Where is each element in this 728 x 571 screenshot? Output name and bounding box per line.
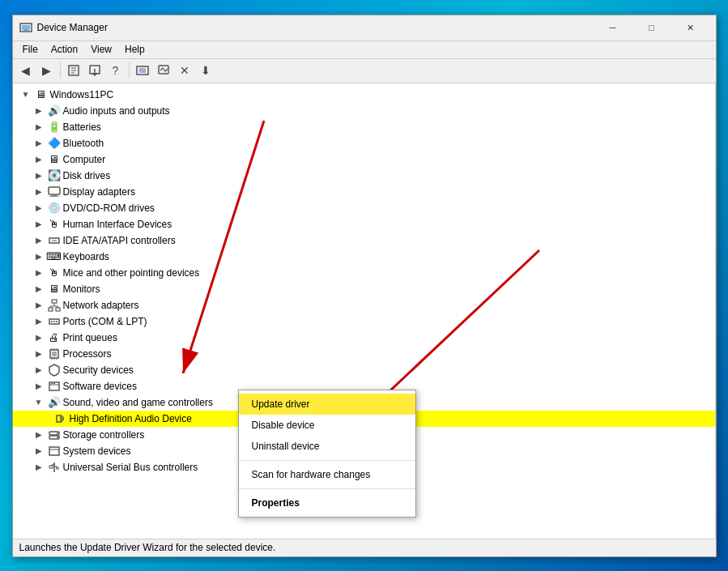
- battery-icon: 🔋: [48, 121, 61, 134]
- tree-item-bluetooth[interactable]: ▶ 🔷 Bluetooth: [13, 135, 715, 151]
- close-button[interactable]: ✕: [672, 15, 709, 40]
- menu-help[interactable]: Help: [118, 42, 151, 57]
- dvd-label: DVD/CD-ROM drives: [63, 202, 155, 214]
- menu-file[interactable]: File: [16, 42, 45, 57]
- svg-rect-30: [52, 352, 57, 356]
- batteries-label: Batteries: [63, 121, 101, 133]
- keyboard-icon: ⌨: [48, 250, 61, 263]
- display-icon: [48, 185, 61, 198]
- disk-expand[interactable]: ▶: [32, 169, 45, 182]
- tree-item-keyboards[interactable]: ▶ ⌨ Keyboards: [13, 249, 715, 265]
- monitors-expand[interactable]: ▶: [32, 283, 45, 296]
- processor-icon: [48, 347, 61, 360]
- batteries-expand[interactable]: ▶: [32, 121, 45, 134]
- svg-point-45: [57, 437, 58, 438]
- ctx-disable-device[interactable]: Disable device: [239, 415, 415, 436]
- svg-rect-41: [57, 415, 61, 422]
- bluetooth-icon: 🔷: [48, 137, 61, 150]
- sound-label: Sound, video and game controllers: [63, 397, 213, 408]
- keyboards-expand[interactable]: ▶: [32, 250, 45, 263]
- ports-label: Ports (COM & LPT): [63, 316, 147, 327]
- svg-point-44: [57, 433, 58, 434]
- svg-rect-51: [49, 466, 53, 468]
- monitors-label: Monitors: [63, 283, 100, 295]
- minimize-button[interactable]: ─: [594, 15, 632, 40]
- computer-icon: 🖥: [35, 88, 48, 101]
- dvd-expand[interactable]: ▶: [32, 202, 45, 215]
- bluetooth-expand[interactable]: ▶: [32, 137, 45, 150]
- remove-button[interactable]: ✕: [175, 61, 194, 80]
- disk-label: Disk drives: [63, 170, 111, 181]
- display-button[interactable]: [154, 61, 173, 80]
- ctx-properties[interactable]: Properties: [239, 492, 415, 513]
- tree-item-hid[interactable]: ▶ 🖱 Human Interface Devices: [13, 216, 715, 232]
- storage-icon: [48, 428, 61, 441]
- ctx-separator: [239, 460, 415, 461]
- tree-item-ports[interactable]: ▶ Ports (COM & LPT): [13, 313, 715, 330]
- tree-item-ide[interactable]: ▶ IDE ATA/ATAPI controllers: [13, 232, 715, 249]
- svg-rect-39: [51, 383, 53, 384]
- tree-item-mice[interactable]: ▶ 🖱 Mice and other pointing devices: [13, 265, 715, 281]
- tree-item-network[interactable]: ▶ Network adapters: [13, 297, 715, 313]
- properties-button[interactable]: [64, 61, 83, 80]
- menu-view[interactable]: View: [84, 42, 118, 57]
- ide-icon: [48, 234, 61, 247]
- tree-item-print[interactable]: ▶ 🖨 Print queues: [13, 330, 715, 346]
- menu-action[interactable]: Action: [45, 42, 84, 57]
- svg-rect-19: [49, 308, 53, 311]
- processors-expand[interactable]: ▶: [32, 347, 45, 360]
- toolbar-sep-2: [129, 62, 130, 79]
- print-expand[interactable]: ▶: [32, 331, 45, 344]
- computer-expand[interactable]: ▶: [32, 153, 45, 166]
- audio-expand[interactable]: ▶: [32, 104, 45, 117]
- storage-expand[interactable]: ▶: [32, 428, 45, 441]
- tree-item-dvd[interactable]: ▶ 💿 DVD/CD-ROM drives: [13, 200, 715, 216]
- tree-item-disk[interactable]: ▶ 💽 Disk drives: [13, 168, 715, 184]
- network-icon: [48, 299, 61, 312]
- security-expand[interactable]: ▶: [32, 364, 45, 377]
- tree-item-display[interactable]: ▶ Display adapters: [13, 184, 715, 200]
- sysdevices-expand[interactable]: ▶: [32, 445, 45, 458]
- storage-label: Storage controllers: [63, 429, 145, 441]
- tree-item-security[interactable]: ▶ Security devices: [13, 362, 715, 378]
- tree-item-batteries[interactable]: ▶ 🔋 Batteries: [13, 119, 715, 135]
- title-bar: Device Manager ─ □ ✕: [13, 15, 716, 41]
- download-button[interactable]: ⬇: [196, 61, 215, 80]
- hid-expand[interactable]: ▶: [32, 218, 45, 231]
- sound-expand[interactable]: ▼: [32, 396, 45, 409]
- root-expand[interactable]: ▼: [19, 88, 32, 101]
- svg-rect-1: [22, 25, 30, 30]
- ports-expand[interactable]: ▶: [32, 315, 45, 328]
- update-driver-button[interactable]: [85, 61, 104, 80]
- tree-item-computer[interactable]: ▶ 🖥 Computer: [13, 151, 715, 168]
- svg-rect-14: [51, 194, 57, 196]
- maximize-button[interactable]: □: [633, 15, 671, 40]
- monitor-icon: 🖥: [48, 283, 61, 296]
- network-expand[interactable]: ▶: [32, 299, 45, 312]
- forward-button[interactable]: ▶: [37, 61, 57, 80]
- network-label: Network adapters: [63, 300, 139, 311]
- ide-expand[interactable]: ▶: [32, 234, 45, 247]
- toolbar-sep-1: [60, 62, 61, 79]
- svg-rect-20: [56, 308, 60, 311]
- print-icon: 🖨: [48, 331, 61, 344]
- tree-root[interactable]: ▼ 🖥 Windows11PC: [13, 87, 715, 103]
- tree-item-processors[interactable]: ▶ Processors: [13, 346, 715, 362]
- device-manager-window: Device Manager ─ □ ✕ File Action View He…: [12, 15, 717, 557]
- ctx-update-driver[interactable]: Update driver: [239, 394, 415, 415]
- back-button[interactable]: ◀: [16, 61, 36, 80]
- software-expand[interactable]: ▶: [32, 380, 45, 393]
- ctx-uninstall-device[interactable]: Uninstall device: [239, 436, 415, 457]
- display-expand[interactable]: ▶: [32, 185, 45, 198]
- ctx-scan-hardware[interactable]: Scan for hardware changes: [239, 464, 415, 485]
- svg-rect-11: [139, 68, 146, 73]
- tree-item-audio[interactable]: ▶ 🔊 Audio inputs and outputs: [13, 103, 715, 119]
- tree-item-monitors[interactable]: ▶ 🖥 Monitors: [13, 281, 715, 297]
- ctx-separator-2: [239, 488, 415, 489]
- menu-bar: File Action View Help: [13, 41, 716, 59]
- help-button[interactable]: ?: [106, 61, 126, 80]
- mice-expand[interactable]: ▶: [32, 266, 45, 279]
- usb-expand[interactable]: ▶: [32, 461, 45, 474]
- mice-label: Mice and other pointing devices: [63, 267, 200, 279]
- scan-hardware-button[interactable]: [133, 61, 152, 80]
